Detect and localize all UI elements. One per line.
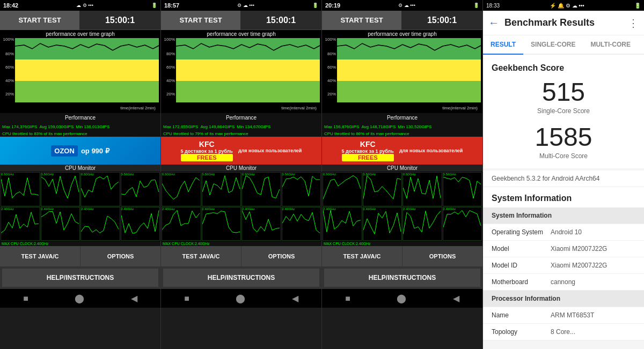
- perf-section-label-3: Performance: [324, 114, 480, 122]
- sys-table-header-label: System Information: [492, 212, 552, 219]
- home-icon-2[interactable]: ⬤: [236, 293, 245, 303]
- back-nav-icon-3[interactable]: ◀: [453, 293, 459, 303]
- cpu-graph-cell-3-5: 2.40GHz: [363, 207, 402, 241]
- test-java-button-2[interactable]: TEST JAVA/C: [161, 246, 241, 266]
- help-button-2[interactable]: HELP/INSTRUCTIONS: [163, 269, 319, 287]
- avg-stat-2: Avg 149,864GIPS: [200, 124, 235, 130]
- svg-text:20%: 20%: [166, 92, 175, 96]
- svg-rect-23: [337, 81, 481, 102]
- perf-svg-2: 100% 80% 60% 40% 20% time(interval 2min): [161, 30, 321, 113]
- status-time-3: 20:19: [325, 2, 340, 9]
- perf-section-label-2: Performance: [163, 114, 319, 122]
- cpu-graph-svg-2-3: [282, 173, 321, 206]
- sys-val-model-id: Xiaomi M2007J22G: [551, 262, 635, 269]
- home-icon-1[interactable]: ⬤: [75, 293, 84, 303]
- nav-bar-2: ■ ⬤ ◀: [161, 289, 321, 308]
- top-controls-2: START TEST 15:00:1: [161, 11, 321, 30]
- top-controls-1: START TEST 15:00:1: [0, 11, 160, 30]
- cpu-graph-svg-1-6: [81, 207, 120, 241]
- cpu-graph-cell-2-6: 2.40GHz: [241, 207, 281, 241]
- cpu-graph-svg-2-1: [202, 173, 241, 206]
- cpu-graph-cell-1-0: 0.50GHz: [1, 172, 40, 206]
- tab-single-core[interactable]: SINGLE-CORE: [523, 35, 583, 55]
- sys-info-row-motherboard: Motherboard cannong: [483, 274, 644, 291]
- cpu-graph-cell-2-7: 2.40GHz: [282, 207, 321, 241]
- tab-result[interactable]: RESULT: [483, 35, 523, 55]
- help-button-3[interactable]: HELP/INSTRUCTIONS: [324, 269, 480, 287]
- stop-icon-1[interactable]: ■: [23, 294, 28, 303]
- cpu-graph-cell-1-6: 2.40GHz: [80, 207, 120, 241]
- results-header: ← Benchmark Results ⋮: [483, 11, 644, 35]
- cpu-graph-svg-1-4: [1, 207, 40, 241]
- options-button-3[interactable]: OPTIONS: [402, 246, 482, 266]
- cpu-graph-cell-3-7: 2.40GHz: [443, 207, 482, 241]
- ad-ozon-1[interactable]: OZON ор 990 ₽: [0, 137, 160, 165]
- options-button-2[interactable]: OPTIONS: [241, 246, 321, 266]
- back-nav-icon-1[interactable]: ◀: [131, 293, 137, 303]
- ad-kfc-2[interactable]: KFC 5 доставок за 1 рубль FREES для новы…: [161, 137, 321, 165]
- cpu-graph-cell-3-2: 0.50GHz: [402, 172, 442, 206]
- stop-icon-2[interactable]: ■: [184, 294, 189, 303]
- cpu-graph-cell-1-1: 0.50GHz: [41, 172, 80, 206]
- results-status-bar: 18:33 ⚡ 🔔 ⚙ ☁ ••• 🔋: [483, 0, 644, 11]
- perf-stats-1: Performance Max 174,376GIPS Avg 159,030G…: [0, 113, 160, 131]
- options-button-1[interactable]: OPTIONS: [80, 246, 160, 266]
- ad-banner-1[interactable]: OZON ор 990 ₽: [0, 137, 160, 165]
- cpu-graph-svg-3-7: [443, 207, 482, 241]
- test-java-button-3[interactable]: TEST JAVA/C: [322, 246, 402, 266]
- svg-rect-13: [176, 81, 320, 102]
- cpu-graph-cell-2-0: 0.50GHz: [162, 172, 201, 206]
- timer-display-2: 15:00:1: [240, 16, 321, 25]
- svg-text:20%: 20%: [5, 92, 14, 96]
- svg-text:40%: 40%: [166, 78, 175, 83]
- sys-key-motherboard: Motherboard: [492, 278, 551, 286]
- single-core-label: Single-Core Score: [492, 107, 635, 115]
- cpu-graph-cell-1-7: 2.40GHz: [121, 207, 160, 241]
- cpu-graph-svg-2-4: [162, 207, 201, 241]
- max-cpu-label-1: MAX CPU CLOCK:2.40GHz: [0, 241, 160, 246]
- cpu-graph-cell-1-4: 2.40GHz: [1, 207, 40, 241]
- sys-info-heading: System Information: [483, 187, 644, 207]
- perf-label-3: performance over time graph: [322, 31, 482, 37]
- benchmark-panel-3: 20:19 ⚙ ☁ ••• 🔋 START TEST 15:00:1 perfo…: [322, 0, 483, 349]
- cpu-graph-svg-3-0: [323, 173, 362, 206]
- back-nav-icon-2[interactable]: ◀: [292, 293, 298, 303]
- test-java-button-1[interactable]: TEST JAVA/C: [0, 246, 80, 266]
- cpu-graphs-1: 0.50GHz 0.50GHz 0.50GHz: [0, 172, 160, 241]
- back-button[interactable]: ←: [488, 17, 499, 29]
- benchmark-panel-2: 18:57 ⚙ ☁ ••• 🔋 START TEST 15:00:1 perfo…: [161, 0, 322, 349]
- cpu-graph-svg-3-5: [363, 207, 402, 241]
- max-cpu-label-3: MAX CPU CLOCK:2.40GHz: [322, 241, 482, 246]
- max-stat-2: Max 172,655GIPS: [163, 124, 198, 130]
- perf-label-1: performance over time graph: [0, 31, 160, 37]
- cpu-graph-cell-2-1: 0.50GHz: [202, 172, 241, 206]
- benchmark-panel-1: 18:42 ☁ ⚙ ••• 🔋 START TEST 15:00:1 perfo…: [0, 0, 161, 349]
- ad-banner-2[interactable]: KFC 5 доставок за 1 рубль FREES для новы…: [161, 137, 321, 165]
- perf-label-2: performance over time graph: [161, 31, 321, 37]
- cpu-graph-cell-2-3: 0.50GHz: [282, 172, 321, 206]
- cpu-graph-cell-1-3: 0.50GHz: [121, 172, 160, 206]
- svg-text:60%: 60%: [327, 65, 336, 70]
- results-status-time: 18:33: [486, 3, 500, 9]
- proc-header-label: Processor Information: [492, 295, 560, 302]
- start-test-button-1[interactable]: START TEST: [0, 11, 79, 30]
- ad-kfc-3[interactable]: KFC 5 доставок за 1 рубль FREES для новы…: [322, 137, 482, 165]
- more-options-icon[interactable]: ⋮: [628, 17, 639, 29]
- max-cpu-label-2: MAX CPU CLOCK:2.40GHz: [161, 241, 321, 246]
- home-icon-3[interactable]: ⬤: [397, 293, 406, 303]
- perf-section-label-1: Performance: [2, 114, 158, 122]
- results-title: Benchmark Results: [504, 17, 628, 28]
- start-test-button-2[interactable]: START TEST: [161, 11, 240, 30]
- battery-3: 🔋: [473, 3, 479, 8]
- start-test-button-3[interactable]: START TEST: [322, 11, 401, 30]
- max-stat-1: Max 174,376GIPS: [2, 124, 37, 130]
- svg-rect-21: [337, 60, 481, 81]
- ad-banner-3[interactable]: KFC 5 доставок за 1 рубль FREES для новы…: [322, 137, 482, 165]
- stop-icon-3[interactable]: ■: [345, 294, 350, 303]
- help-button-1[interactable]: HELP/INSTRUCTIONS: [2, 269, 158, 287]
- bottom-buttons-1: TEST JAVA/C OPTIONS: [0, 246, 160, 266]
- cpu-graph-svg-3-3: [443, 173, 482, 206]
- cpu-graph-cell-3-6: 2.40GHz: [402, 207, 442, 241]
- tab-multi-core[interactable]: MULTI-CORE: [583, 35, 638, 55]
- svg-rect-3: [15, 81, 159, 102]
